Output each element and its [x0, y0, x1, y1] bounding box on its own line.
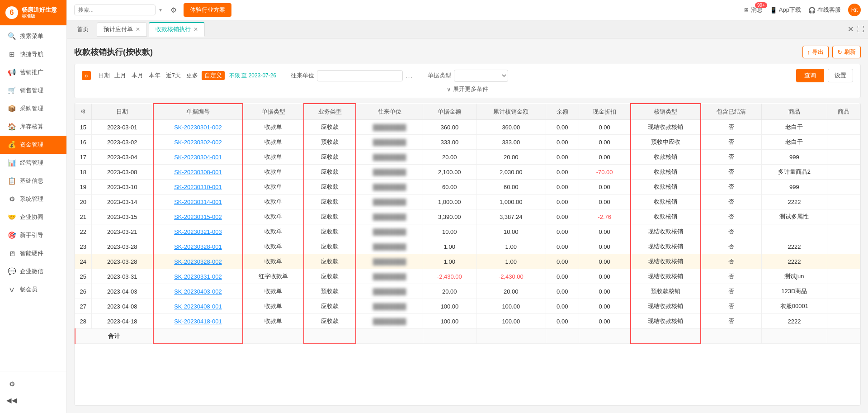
code-link[interactable]: SK-20230302-002 — [174, 139, 222, 146]
code-link[interactable]: SK-20230408-001 — [174, 303, 222, 310]
topbar-chevron-icon[interactable]: ▾ — [159, 7, 162, 13]
th-gear[interactable]: ⚙ — [75, 104, 91, 120]
date-more-btn[interactable]: 更多 — [184, 71, 200, 81]
code-link[interactable]: SK-20230328-002 — [174, 258, 222, 265]
row-amount: 333.00 — [423, 135, 476, 150]
code-link[interactable]: SK-20230308-001 — [174, 169, 222, 176]
sidebar-bottom: ⚙ ◀◀ — [0, 371, 66, 413]
sidebar-menu: 🔍搜索菜单⊞快捷导航📢营销推广🛒销售管理📦采购管理🏠库存核算💰资金管理📊经营管理… — [0, 25, 66, 371]
code-link[interactable]: SK-20230314-001 — [174, 199, 222, 205]
sidebar-label: 营销推广 — [20, 68, 43, 76]
tab-prepay[interactable]: 预计应付单 ✕ — [97, 22, 147, 37]
sidebar-icon: 💰 — [7, 140, 16, 149]
row-balance: 0.00 — [546, 224, 579, 239]
code-link[interactable]: SK-20230321-003 — [174, 228, 222, 235]
sidebar-item-销售管理[interactable]: 🛒销售管理 — [0, 81, 66, 100]
row-written-off: -2,430.00 — [476, 269, 546, 284]
row-discount: 0.00 — [579, 254, 630, 269]
row-goods1: 2222 — [761, 195, 827, 209]
code-link[interactable]: SK-20230328-001 — [174, 243, 222, 250]
sidebar-item-基础信息[interactable]: 📋基础信息 — [0, 172, 66, 190]
export-icon: ↑ — [807, 49, 811, 56]
row-code: SK-20230408-001 — [153, 299, 243, 314]
code-link[interactable]: SK-20230315-002 — [174, 214, 222, 220]
expand-icon-btn[interactable]: » — [82, 71, 91, 80]
sidebar-collapse[interactable]: ◀◀ — [0, 392, 66, 408]
industry-btn[interactable]: 体验行业方案 — [184, 3, 231, 17]
row-goods1: 999 — [761, 180, 827, 195]
company-value: ████████ — [373, 169, 406, 176]
sidebar-item-经营管理[interactable]: 📊经营管理 — [0, 154, 66, 172]
sidebar-item-新手引导[interactable]: 🎯新手引导 — [0, 226, 66, 244]
tab-writeoff[interactable]: 收款核销执行 ✕ — [149, 22, 205, 37]
date-week-btn[interactable]: 近7天 — [164, 71, 183, 81]
sidebar-item-企业协同[interactable]: 🤝企业协同 — [0, 208, 66, 226]
row-writeoff-type: 收款核销 — [631, 165, 701, 180]
date-prev-btn[interactable]: 上月 — [113, 71, 128, 81]
sidebar-item-系统管理[interactable]: ⚙系统管理 — [0, 190, 66, 208]
th-amount: 单据金额 — [423, 104, 476, 120]
sidebar-settings[interactable]: ⚙ — [0, 376, 66, 392]
sidebar-item-搜索菜单[interactable]: 🔍搜索菜单 — [0, 27, 66, 45]
row-written-off: 100.00 — [476, 314, 546, 329]
export-btn[interactable]: ↑ 导出 — [802, 46, 829, 58]
sidebar-item-快捷导航[interactable]: ⊞快捷导航 — [0, 45, 66, 63]
topbar-search-input[interactable] — [74, 5, 156, 15]
sidebar-item-资金管理[interactable]: 💰资金管理 — [0, 136, 66, 154]
sidebar-icon: 🛒 — [7, 86, 16, 95]
tab-home[interactable]: 首页 — [71, 22, 95, 37]
company-input[interactable] — [317, 70, 403, 81]
filter-expand-arrow[interactable]: » — [82, 71, 91, 80]
sidebar-item-营销推广[interactable]: 📢营销推广 — [0, 63, 66, 81]
sidebar-item-智能硬件[interactable]: 🖥智能硬件 — [0, 244, 66, 262]
row-included: 否 — [701, 254, 761, 269]
date-custom-btn[interactable]: 自定义 — [202, 71, 225, 80]
expand-more-btn[interactable]: ∨ 展开更多条件 — [447, 85, 488, 93]
row-written-off: 60.00 — [476, 180, 546, 195]
online-service-btn[interactable]: 🎧 在线客服 — [808, 6, 841, 14]
sidebar-item-企业微信[interactable]: 💬企业微信 — [0, 262, 66, 280]
receipt-type-label: 单据类型 — [428, 71, 451, 80]
row-company: ████████ — [356, 180, 423, 195]
code-link[interactable]: SK-20230301-002 — [174, 124, 222, 131]
tab-prepay-close[interactable]: ✕ — [136, 26, 140, 33]
gear-icon: ⚙ — [80, 108, 86, 115]
code-link[interactable]: SK-20230331-002 — [174, 273, 222, 280]
sidebar-item-畅会员[interactable]: V畅会员 — [0, 280, 66, 299]
code-link[interactable]: SK-20230403-002 — [174, 288, 222, 295]
code-link[interactable]: SK-20230418-001 — [174, 318, 222, 325]
row-id: 28 — [75, 314, 91, 329]
row-goods1: 2222 — [761, 239, 827, 254]
row-biz-type: 应收款 — [304, 269, 356, 284]
sidebar-icon: ⊞ — [7, 50, 16, 59]
sidebar-item-采购管理[interactable]: 📦采购管理 — [0, 100, 66, 118]
date-cur-btn[interactable]: 本月 — [130, 71, 145, 81]
company-value: ████████ — [373, 258, 406, 265]
sidebar-label: 系统管理 — [20, 195, 43, 203]
date-year-btn[interactable]: 本年 — [147, 71, 162, 81]
sum-label: 合计 — [75, 329, 153, 344]
refresh-btn[interactable]: ↻ 刷新 — [832, 46, 861, 58]
message-btn[interactable]: 🖥 消息 99+ — [743, 6, 763, 14]
row-amount: 1.00 — [423, 239, 476, 254]
tab-writeoff-close[interactable]: ✕ — [193, 26, 198, 33]
tab-expand-icon[interactable]: ⛶ — [857, 25, 864, 33]
row-company: ████████ — [356, 224, 423, 239]
sidebar-item-库存核算[interactable]: 🏠库存核算 — [0, 118, 66, 136]
code-link[interactable]: SK-20230310-001 — [174, 184, 222, 190]
user-avatar[interactable]: Rit — [848, 4, 861, 16]
tab-close-all-icon[interactable]: ✕ — [848, 25, 854, 33]
row-writeoff-type: 收款核销 — [631, 209, 701, 224]
row-code: SK-20230314-001 — [153, 195, 243, 209]
receipt-type-select[interactable] — [454, 70, 508, 82]
company-value: ████████ — [373, 243, 406, 250]
app-download-btn[interactable]: 📱 App下载 — [770, 6, 801, 14]
sum-biz — [304, 329, 356, 344]
settings-btn[interactable]: 设置 — [828, 69, 853, 82]
code-link[interactable]: SK-20230304-001 — [174, 154, 222, 161]
topbar-gear-icon[interactable]: ⚙ — [167, 4, 180, 16]
query-btn[interactable]: 查询 — [796, 69, 824, 82]
th-code: 单据编号 — [153, 104, 243, 120]
company-more-dots[interactable]: ... — [406, 72, 413, 79]
row-included: 否 — [701, 239, 761, 254]
